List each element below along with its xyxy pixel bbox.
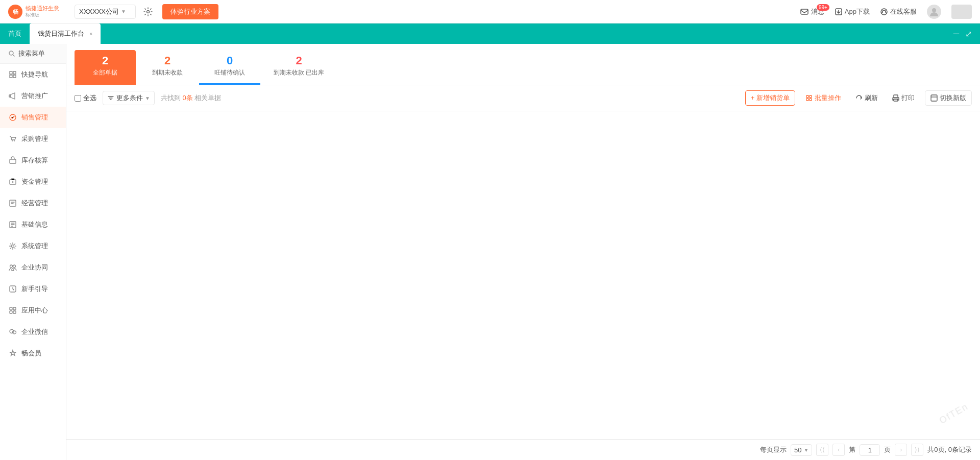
chevron-down-icon: ▼	[145, 95, 150, 101]
prev-page-button[interactable]: ‹	[832, 444, 845, 456]
svg-rect-7	[886, 12, 887, 13]
sidebar-item-inventory[interactable]: 库存核算	[0, 150, 66, 171]
svg-rect-32	[931, 95, 937, 101]
maximize-button[interactable]: ⤢	[963, 27, 974, 41]
marketing-icon	[8, 91, 17, 101]
svg-text:畅: 畅	[13, 9, 18, 15]
operations-icon	[8, 199, 17, 208]
svg-point-8	[932, 8, 936, 12]
next-page-button[interactable]: ›	[895, 444, 907, 456]
sidebar-item-marketing[interactable]: 营销推广	[0, 85, 66, 107]
empty-state	[66, 111, 980, 439]
more-filter-button[interactable]: 更多条件 ▼	[103, 91, 155, 105]
app-download-button[interactable]: App下载	[835, 7, 870, 16]
table-area	[66, 111, 980, 439]
svg-point-25	[13, 331, 16, 334]
select-all-input[interactable]	[75, 95, 81, 102]
svg-point-18	[12, 245, 14, 248]
finance-icon	[8, 177, 17, 186]
sidebar-item-cooperation[interactable]: 企业协同	[0, 257, 66, 278]
stat-tab-overdue[interactable]: 2 到期未收款	[137, 50, 198, 85]
app-center-icon	[8, 306, 17, 315]
page-size-select[interactable]: 50 ▼	[791, 444, 812, 456]
sales-icon	[8, 113, 17, 122]
sidebar-item-wechat[interactable]: 企业微信	[0, 321, 66, 343]
toolbar: 全选 更多条件 ▼ 共找到 0条 相关单据 + 新增销货单	[66, 85, 980, 111]
sidebar-item-operations[interactable]: 经营管理	[0, 192, 66, 214]
member-icon	[8, 349, 17, 358]
main-layout: 搜索菜单 快捷导航 营销推广 销售管理 采购管理	[0, 44, 980, 460]
select-all-checkbox[interactable]: 全选	[75, 93, 96, 103]
settings-button[interactable]	[140, 4, 156, 20]
svg-rect-16	[10, 200, 16, 206]
svg-rect-29	[810, 99, 812, 101]
refresh-button[interactable]: 刷新	[851, 91, 882, 105]
last-page-button[interactable]: ⟩⟩	[911, 444, 923, 456]
tab-active[interactable]: 钱货日清工作台 ×	[30, 23, 101, 44]
company-name: XXXXXX公司	[79, 7, 119, 16]
logo-area: 畅 畅捷通好生意 标准版	[8, 5, 75, 19]
svg-point-13	[14, 140, 15, 141]
tab-bar-actions: ─ ⤢	[951, 27, 980, 41]
stat-tab-pending[interactable]: 0 旺铺待确认	[199, 50, 260, 85]
tab-home[interactable]: 首页	[0, 23, 30, 44]
sidebar-item-app-center[interactable]: 应用中心	[0, 300, 66, 321]
sidebar-item-member[interactable]: 畅会员	[0, 343, 66, 364]
toolbar-right: + 新增销货单 批量操作 刷新	[745, 90, 972, 106]
batch-operation-button[interactable]: 批量操作	[801, 91, 845, 105]
search-menu-item[interactable]: 搜索菜单	[0, 44, 66, 64]
quick-nav-icon	[8, 70, 17, 79]
svg-point-5	[881, 9, 887, 15]
minimize-button[interactable]: ─	[951, 27, 961, 40]
svg-rect-6	[882, 12, 883, 13]
stats-tabs: 2 全部单据 2 到期未收款 0 旺铺待确认 2 到期未收款 已出库	[66, 44, 980, 85]
logo-text: 畅捷通好生意	[26, 5, 59, 12]
svg-rect-27	[810, 95, 812, 98]
first-page-button[interactable]: ⟨⟨	[816, 444, 828, 456]
sidebar-item-finance[interactable]: 资金管理	[0, 171, 66, 192]
sidebar-item-purchase[interactable]: 采购管理	[0, 128, 66, 150]
top-header: 畅 畅捷通好生意 标准版 XXXXXX公司 ▼ 体验行业方案 消息 99+	[0, 0, 980, 23]
user-info[interactable]	[951, 5, 972, 19]
wechat-icon	[8, 327, 17, 336]
cooperation-icon	[8, 263, 17, 272]
sidebar-item-system[interactable]: 系统管理	[0, 235, 66, 257]
found-text: 共找到 0条 相关单据	[161, 93, 221, 103]
sidebar-item-basic-info[interactable]: 基础信息	[0, 214, 66, 235]
svg-rect-20	[10, 307, 12, 310]
inventory-icon	[8, 156, 17, 165]
toolbar-left: 全选 更多条件 ▼ 共找到 0条 相关单据	[75, 91, 739, 105]
sidebar-item-quick-nav[interactable]: 快捷导航	[0, 64, 66, 85]
svg-point-9	[9, 51, 13, 55]
switch-version-button[interactable]: 切换新版	[925, 90, 972, 106]
add-sales-button[interactable]: + 新增销货单	[745, 90, 795, 106]
svg-rect-22	[10, 311, 12, 313]
stat-tab-all[interactable]: 2 全部单据	[75, 50, 136, 85]
svg-rect-21	[13, 307, 16, 310]
svg-rect-26	[806, 95, 808, 98]
print-button[interactable]: 打印	[888, 91, 919, 105]
logo-icon: 畅	[8, 5, 22, 19]
sidebar: 搜索菜单 快捷导航 营销推广 销售管理 采购管理	[0, 44, 66, 460]
online-service-button[interactable]: 在线客服	[880, 7, 917, 16]
svg-rect-23	[13, 311, 16, 313]
chevron-down-icon: ▼	[121, 9, 126, 14]
message-badge: 99+	[817, 4, 829, 11]
page-number-input[interactable]	[860, 444, 880, 456]
tab-close-icon[interactable]: ×	[89, 31, 92, 37]
stat-tab-overdue-out[interactable]: 2 到期未收款 已出库	[261, 50, 336, 85]
message-button[interactable]: 消息 99+	[800, 7, 824, 16]
svg-rect-30	[894, 95, 898, 98]
system-icon	[8, 241, 17, 251]
sidebar-item-sales[interactable]: 销售管理	[0, 107, 66, 128]
svg-rect-14	[10, 159, 16, 163]
svg-rect-31	[894, 99, 898, 101]
trial-button[interactable]: 体验行业方案	[162, 4, 218, 19]
avatar[interactable]	[927, 5, 941, 19]
tab-bar: 首页 钱货日清工作台 × ─ ⤢	[0, 23, 980, 44]
sidebar-item-guide[interactable]: 新手引导	[0, 278, 66, 300]
chevron-down-icon: ▼	[803, 447, 808, 453]
company-selector[interactable]: XXXXXX公司 ▼	[75, 5, 136, 19]
guide-icon	[8, 284, 17, 294]
purchase-icon	[8, 134, 17, 143]
